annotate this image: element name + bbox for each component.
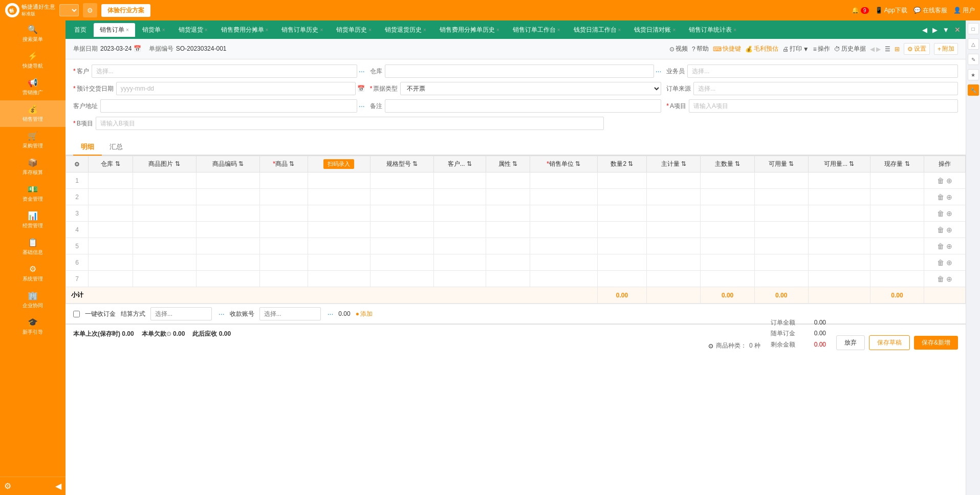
cell-main_unit-3[interactable]: [647, 205, 701, 222]
profit-estimate-btn[interactable]: 💰 毛利预估: [745, 45, 778, 53]
nav-tab-3[interactable]: 销货退货 ×: [172, 23, 214, 37]
row-delete-btn-5[interactable]: 🗑: [936, 241, 945, 251]
cell-available-3[interactable]: [754, 205, 808, 222]
cell-available2-1[interactable]: [808, 173, 870, 189]
cell-sales_unit-6[interactable]: [530, 254, 597, 271]
settings-orange-btn[interactable]: ⚙ 设置: [907, 45, 926, 53]
tab-close-4[interactable]: ×: [266, 27, 269, 33]
right-panel-btn-3[interactable]: ✎: [968, 54, 979, 65]
cell-customer_code-5[interactable]: [433, 238, 486, 254]
cell-image-1[interactable]: [133, 173, 196, 189]
calendar-icon[interactable]: 📅: [134, 45, 141, 52]
sidebar-item-inventory[interactable]: 📦库存核算: [0, 154, 66, 180]
row-delete-btn-4[interactable]: 🗑: [936, 225, 945, 235]
cell-image-7[interactable]: [133, 271, 196, 287]
cell-available2-4[interactable]: [808, 222, 870, 238]
col-settings-icon[interactable]: ⚙: [74, 161, 80, 168]
cell-code-3[interactable]: [196, 205, 259, 222]
tab-close-9[interactable]: ×: [557, 27, 560, 33]
cell-customer_code-4[interactable]: [433, 222, 486, 238]
cell-main_qty-7[interactable]: [701, 271, 754, 287]
row-delete-btn-7[interactable]: 🗑: [936, 274, 945, 284]
warehouse-more-btn[interactable]: ···: [656, 67, 662, 75]
nav-tab-2[interactable]: 销货单 ×: [136, 23, 171, 37]
cell-main_unit-1[interactable]: [647, 173, 701, 189]
help-btn[interactable]: ? 帮助: [692, 45, 709, 53]
tab-scroll-left[interactable]: ◀: [920, 25, 930, 35]
nav-tab-10[interactable]: 钱货日清工作台 ×: [568, 23, 627, 37]
cell-goods-5[interactable]: [259, 238, 308, 254]
delivery-date-icon[interactable]: 📅: [357, 85, 365, 92]
right-panel-btn-1[interactable]: □: [968, 23, 979, 34]
cell-available-4[interactable]: [754, 222, 808, 238]
sidebar-item-marketing[interactable]: 📢营销推广: [0, 74, 66, 100]
cell-qty2-3[interactable]: [597, 205, 647, 222]
customer-more-btn[interactable]: ···: [359, 67, 365, 75]
cell-stock-4[interactable]: [870, 222, 924, 238]
row-copy-btn-4[interactable]: ⊕: [945, 225, 953, 235]
shortcut-btn[interactable]: ⌨ 快捷键: [713, 45, 741, 53]
right-panel-btn-2[interactable]: △: [968, 38, 979, 50]
cell-available2-6[interactable]: [808, 254, 870, 271]
system-gear-button[interactable]: ⚙: [83, 3, 97, 17]
cell-available-7[interactable]: [754, 271, 808, 287]
cell-attr-5[interactable]: [486, 238, 530, 254]
cell-stock-7[interactable]: [870, 271, 924, 287]
cell-main_unit-6[interactable]: [647, 254, 701, 271]
cell-warehouse-2[interactable]: [89, 189, 133, 205]
cell-qty2-7[interactable]: [597, 271, 647, 287]
a-project-input[interactable]: [689, 99, 958, 113]
view-video-btn[interactable]: ⊙ 视频: [669, 45, 688, 53]
cell-attr-6[interactable]: [486, 254, 530, 271]
b-project-input[interactable]: [96, 117, 604, 130]
cell-spec-3[interactable]: [370, 205, 433, 222]
cell-spec-5[interactable]: [370, 238, 433, 254]
row-delete-btn-2[interactable]: 🗑: [936, 192, 945, 202]
cell-attr-4[interactable]: [486, 222, 530, 238]
cell-available2-5[interactable]: [808, 238, 870, 254]
cell-scan-1[interactable]: [308, 173, 370, 189]
customer-input[interactable]: [92, 64, 357, 78]
cell-qty2-2[interactable]: [597, 189, 647, 205]
upload-btn[interactable]: + 附加: [938, 45, 954, 53]
cell-attr-7[interactable]: [486, 271, 530, 287]
cell-scan-3[interactable]: [308, 205, 370, 222]
cell-spec-6[interactable]: [370, 254, 433, 271]
cell-scan-4[interactable]: [308, 222, 370, 238]
payment-method-input[interactable]: [150, 307, 212, 320]
cell-image-2[interactable]: [133, 189, 196, 205]
system-select[interactable]: 装备及固定资产辅助管理系统: [59, 4, 79, 16]
nav-tab-4[interactable]: 销售费用分摊单 ×: [215, 23, 275, 37]
cell-goods-4[interactable]: [259, 222, 308, 238]
cell-main_qty-2[interactable]: [701, 189, 754, 205]
sidebar-item-enterprise[interactable]: 🏢企业协同: [0, 287, 66, 313]
cell-main_qty-1[interactable]: [701, 173, 754, 189]
cell-spec-7[interactable]: [370, 271, 433, 287]
cell-code-1[interactable]: [196, 173, 259, 189]
cell-available-2[interactable]: [754, 189, 808, 205]
cell-warehouse-6[interactable]: [89, 254, 133, 271]
staff-input[interactable]: [687, 64, 958, 78]
tab-close-7[interactable]: ×: [423, 27, 426, 33]
tab-close-3[interactable]: ×: [205, 27, 208, 33]
order-source-input[interactable]: [693, 82, 958, 95]
cell-warehouse-7[interactable]: [89, 271, 133, 287]
cell-stock-6[interactable]: [870, 254, 924, 271]
row-copy-btn-6[interactable]: ⊕: [945, 257, 953, 268]
cell-spec-2[interactable]: [370, 189, 433, 205]
cell-available-1[interactable]: [754, 173, 808, 189]
row-delete-btn-6[interactable]: 🗑: [936, 257, 945, 268]
cell-customer_code-6[interactable]: [433, 254, 486, 271]
tab-close-1[interactable]: ×: [126, 27, 129, 33]
cell-sales_unit-2[interactable]: [530, 189, 597, 205]
nav-tab-6[interactable]: 销货单历史 ×: [330, 23, 378, 37]
cell-main_unit-4[interactable]: [647, 222, 701, 238]
cell-stock-2[interactable]: [870, 189, 924, 205]
cell-code-7[interactable]: [196, 271, 259, 287]
industry-solution-button[interactable]: 体验行业方案: [101, 4, 150, 17]
nav-tab-5[interactable]: 销售订单历史 ×: [275, 23, 329, 37]
cell-main_unit-5[interactable]: [647, 238, 701, 254]
cell-scan-5[interactable]: [308, 238, 370, 254]
note-input[interactable]: [385, 99, 662, 113]
discard-button[interactable]: 放弃: [836, 335, 865, 350]
